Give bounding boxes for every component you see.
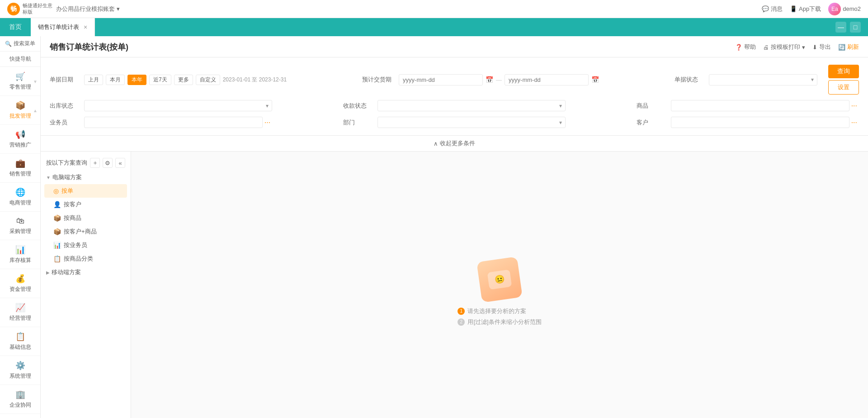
custom-btn[interactable]: 自定义	[196, 75, 220, 85]
sidebar-item-purchase[interactable]: 🛍 采购管理	[0, 212, 40, 240]
sidebar-item-enterprise[interactable]: 🏢 企业协同	[0, 385, 40, 414]
sidebar-label-ops: 经营管理	[9, 314, 31, 322]
lp-item-by-order[interactable]: ◎ 按单	[44, 184, 127, 198]
collapse-bar[interactable]: ∧ 收起更多条件	[41, 136, 868, 152]
lp-item-label-by-order: 按单	[61, 187, 73, 195]
message-button[interactable]: 💬 消息	[762, 5, 783, 13]
more-btn[interactable]: 更多	[174, 75, 193, 85]
status-select[interactable]	[709, 74, 817, 86]
logo-icon: 畅	[7, 3, 20, 15]
query-button[interactable]: 查询	[828, 65, 859, 78]
page-header: 销售订单统计表(按单) ❓ 帮助 🖨 按模板打印 ▾ ⬇ 导出	[41, 36, 868, 57]
page-actions: ❓ 帮助 🖨 按模板打印 ▾ ⬇ 导出 🔄 刷新	[735, 43, 859, 51]
status-select-wrapper	[709, 74, 817, 86]
sales-icon: 💼	[15, 158, 25, 168]
refresh-button[interactable]: 🔄 刷新	[838, 43, 859, 51]
breadcrumb-arrow-icon[interactable]: ▾	[117, 5, 120, 12]
7days-btn[interactable]: 近7天	[149, 75, 171, 85]
app-download-button[interactable]: 📱 App下载	[790, 5, 821, 13]
lp-title: 按以下方案查询	[46, 159, 87, 167]
this-month-btn[interactable]: 本月	[106, 75, 125, 85]
lp-settings-button[interactable]: ⚙	[103, 158, 113, 168]
lp-item-by-customer-goods[interactable]: 📦 按客户+商品	[44, 225, 127, 238]
breadcrumb-text: 办公用品行业模拟账套	[56, 5, 115, 13]
logo-text: 畅捷通好生意 标版	[23, 3, 52, 14]
salesperson-input[interactable]	[84, 117, 263, 128]
setting-button[interactable]: 设置	[828, 80, 859, 95]
header-right: 💬 消息 📱 App下载 Ea demo2	[762, 3, 861, 15]
window-maximize-button[interactable]: □	[850, 22, 861, 33]
tab-sales-report[interactable]: 销售订单统计表 ×	[31, 18, 95, 36]
inventory-icon: 📊	[15, 245, 25, 255]
sidebar-item-sales[interactable]: 💼 销售管理	[0, 154, 40, 183]
user-menu[interactable]: Ea demo2	[828, 3, 861, 15]
delivery-date-end[interactable]	[505, 74, 589, 86]
sidebar-item-ecommerce[interactable]: 🌐 电商管理	[0, 183, 40, 212]
delivery-date-start[interactable]	[399, 74, 483, 86]
goods-more-button[interactable]: ···	[849, 102, 859, 110]
logo-area[interactable]: 畅 畅捷通好生意 标版	[7, 3, 52, 15]
ecommerce-icon: 🌐	[15, 187, 25, 197]
customer-input[interactable]	[671, 117, 849, 128]
payment-status-label: 收款状态	[343, 102, 370, 110]
delivery-status-select[interactable]	[84, 100, 272, 111]
sidebar-item-marketing[interactable]: 📢 营销推广	[0, 125, 40, 154]
lp-item-label-by-goods: 按商品	[64, 214, 81, 222]
delivery-date-label: 预计交货期	[362, 76, 392, 84]
lp-item-by-salesperson[interactable]: 📊 按业务员	[44, 238, 127, 252]
tab-close-button[interactable]: ×	[84, 24, 87, 31]
hint-num-2: 2	[458, 318, 465, 326]
sidebar-label-ecommerce: 电商管理	[9, 199, 31, 207]
department-select[interactable]	[377, 117, 566, 128]
print-dropdown-icon: ▾	[802, 44, 805, 51]
last-month-btn[interactable]: 上月	[84, 75, 103, 85]
sidebar-item-retail[interactable]: 🛒 零售管理 ▼	[0, 67, 40, 96]
sidebar-item-finance[interactable]: 💰 资金管理	[0, 269, 40, 298]
lp-add-button[interactable]: ＋	[90, 158, 100, 168]
calendar-start-icon[interactable]: 📅	[486, 76, 493, 83]
window-minimize-button[interactable]: —	[835, 22, 846, 33]
sidebar-label-finance: 资金管理	[9, 285, 31, 293]
lp-item-by-category[interactable]: 📋 按商品分类	[44, 252, 127, 266]
print-button[interactable]: 🖨 按模板打印 ▾	[763, 43, 805, 51]
sidebar-item-wholesale[interactable]: 📦 批发管理 ▲	[0, 96, 40, 125]
payment-status-select[interactable]	[377, 100, 566, 111]
empty-face: 😐	[487, 269, 512, 290]
export-icon: ⬇	[812, 44, 817, 51]
sidebar-label-marketing: 营销推广	[9, 141, 31, 149]
retail-expand-icon: ▼	[33, 79, 38, 84]
lp-item-by-customer[interactable]: 👤 按客户	[44, 198, 127, 211]
content-body: 按以下方案查询 ＋ ⚙ « ▼ 电脑端方案 ◎ 按单	[41, 152, 868, 418]
lp-mobile-section-header[interactable]: ▶ 移动端方案	[44, 266, 127, 279]
lp-pc-section-header[interactable]: ▼ 电脑端方案	[44, 171, 127, 184]
lp-item-by-goods[interactable]: 📦 按商品	[44, 211, 127, 225]
ops-icon: 📈	[15, 303, 25, 313]
sidebar-item-inventory[interactable]: 📊 库存核算	[0, 240, 40, 269]
search-icon: 🔍	[5, 41, 12, 47]
lp-icons: ＋ ⚙ «	[90, 158, 125, 168]
calendar-end-icon[interactable]: 📅	[591, 76, 599, 83]
by-cat-icon: 📋	[53, 255, 61, 262]
export-button[interactable]: ⬇ 导出	[812, 43, 831, 51]
date-range-text: 2023-01-01 至 2023-12-31	[223, 76, 287, 84]
by-goods-icon: 📦	[53, 214, 61, 222]
goods-input[interactable]	[671, 100, 849, 111]
this-year-btn[interactable]: 本年	[127, 75, 146, 85]
salesperson-more-button[interactable]: ···	[263, 119, 272, 127]
lp-item-label-by-cg: 按客户+商品	[64, 228, 97, 236]
tab-home[interactable]: 首页	[0, 18, 31, 36]
date-label: 单据日期	[50, 76, 77, 84]
filter-row-1: 单据日期 上月 本月 本年 近7天 更多 自定义 2023-01-01 至 20…	[50, 65, 859, 95]
sidebar-label-inventory: 库存核算	[9, 256, 31, 264]
sidebar-search[interactable]: 🔍 搜索菜单	[0, 36, 40, 52]
status-label: 单据状态	[675, 76, 702, 84]
marketing-icon: 📢	[15, 129, 25, 139]
customer-more-button[interactable]: ···	[849, 119, 859, 127]
sidebar-item-newbie[interactable]: 🎯 新手引导	[0, 414, 40, 418]
lp-collapse-button[interactable]: «	[115, 158, 125, 168]
sidebar-quicknav[interactable]: 快捷导航	[0, 52, 40, 67]
sidebar-item-ops[interactable]: 📈 经营管理	[0, 298, 40, 327]
help-button[interactable]: ❓ 帮助	[735, 43, 756, 51]
sidebar-item-basic[interactable]: 📋 基础信息	[0, 327, 40, 356]
sidebar-item-system[interactable]: ⚙️ 系统管理	[0, 356, 40, 385]
